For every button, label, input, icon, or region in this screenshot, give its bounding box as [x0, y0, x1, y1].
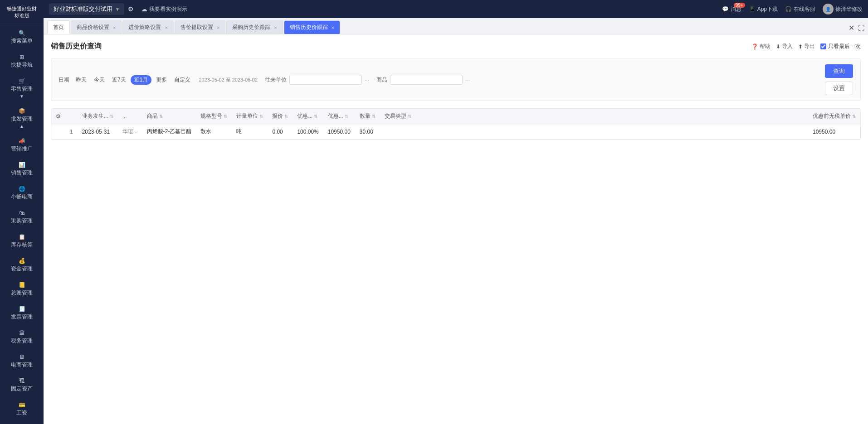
col-price[interactable]: 报价 ⇅ [268, 109, 293, 124]
cell-discount-pct: 100.00% [293, 124, 323, 140]
import-link[interactable]: ⬇ 导入 [776, 43, 793, 50]
sidebar-item-finance[interactable]: 💰 资金管理 [0, 253, 44, 277]
tab-close-icon[interactable]: ✕ [848, 24, 854, 32]
date-range-display: 2023-05-02 至 2023-06-02 [199, 77, 258, 83]
table-body: 1 2023-05-31 华谊... 丙烯酸-2-乙基己酯 散水 吨 0.00 … [51, 124, 860, 140]
tab-expand-icon[interactable]: ⛶ [858, 24, 864, 32]
product-more-btn[interactable]: ··· [465, 77, 470, 83]
from-unit-label: 往来单位 [265, 76, 287, 84]
sales-history-table: ⚙ 业务发生... ⇅ ... [51, 109, 860, 140]
sidebar-item-marketing[interactable]: 📣 营销推广 [0, 133, 44, 157]
tab-product-price-close[interactable]: × [113, 25, 116, 30]
query-button[interactable]: 查询 [825, 64, 853, 78]
cell-gear[interactable] [51, 124, 65, 140]
tab-purchase-strategy-close[interactable]: × [165, 25, 167, 30]
col-product[interactable]: 商品 ⇅ [142, 109, 196, 124]
only-last-checkbox-label[interactable]: 只看最后一次 [820, 43, 861, 50]
col-gear[interactable]: ⚙ [51, 109, 65, 124]
headset-icon: 🎧 [785, 6, 792, 12]
col-unit[interactable]: 计量单位 ⇅ [232, 109, 268, 124]
page-header: 销售历史价查询 ❓ 帮助 ⬇ 导入 ⬆ 导出 只看最后一次 [51, 42, 861, 51]
date-btn-7days[interactable]: 近7天 [109, 75, 129, 85]
topbar-settings-icon[interactable]: ⚙ [128, 5, 134, 13]
tab-purchase-strategy[interactable]: 进价策略设置 × [122, 20, 173, 34]
row-more-btn[interactable]: 华谊... [122, 128, 138, 135]
tab-purchase-history[interactable]: 采购历史价跟踪 × [226, 20, 283, 34]
sidebar: 畅捷通好业财 标准版 🔍 搜索菜单 ⊞ 快捷导航 🛒 零售管理 ▼ 📦 批发管理… [0, 0, 44, 424]
help-link[interactable]: ❓ 帮助 [751, 43, 770, 50]
sidebar-item-tax[interactable]: 🏛 税务管理 [0, 325, 44, 349]
tab-sale-extract[interactable]: 售价提取设置 × [175, 20, 225, 34]
only-last-checkbox[interactable] [820, 43, 826, 49]
col-business-date[interactable]: 业务发生... ⇅ [78, 109, 118, 124]
col-index [65, 109, 78, 124]
date-btn-more[interactable]: 更多 [153, 75, 170, 85]
invoice-icon: 🧾 [19, 306, 25, 312]
mobile-icon: 📱 [749, 6, 756, 12]
app-title: 畅捷通好业财 标准版 [4, 5, 40, 19]
table-row[interactable]: 1 2023-05-31 华谊... 丙烯酸-2-乙基己酯 散水 吨 0.00 … [51, 124, 860, 140]
avatar: 👤 [823, 4, 834, 14]
sidebar-item-quicknav[interactable]: ⊞ 快捷导航 [0, 49, 44, 73]
col-quantity[interactable]: 数量 ⇅ [355, 109, 380, 124]
user-profile-btn[interactable]: 👤 徐泽华修改 [823, 4, 863, 14]
sidebar-item-wholesale[interactable]: 📦 批发管理 ▲ [0, 103, 44, 133]
settings-button[interactable]: 设置 [825, 82, 853, 95]
tab-sales-history-close[interactable]: × [332, 25, 334, 30]
cell-index: 1 [65, 124, 78, 140]
sidebar-item-search[interactable]: 🔍 搜索菜单 [0, 25, 44, 49]
cell-trade-type [380, 124, 416, 140]
from-unit-more-btn[interactable]: ··· [365, 77, 369, 83]
sidebar-item-sales[interactable]: 📊 销售管理 [0, 157, 44, 181]
sidebar-item-invoice[interactable]: 🧾 发票管理 [0, 301, 44, 325]
export-icon: ⬆ [798, 43, 803, 50]
app-download-btn[interactable]: 📱 App下载 [749, 5, 778, 13]
col-ellipsis[interactable]: ... [118, 109, 142, 124]
date-btn-yesterday[interactable]: 昨天 [73, 75, 89, 85]
tab-sale-extract-label: 售价提取设置 [180, 24, 213, 31]
date-btn-1month[interactable]: 近1月 [131, 75, 152, 85]
page-actions: ❓ 帮助 ⬇ 导入 ⬆ 导出 只看最后一次 [751, 43, 861, 50]
sort-icon-discount-amt: ⇅ [345, 114, 348, 119]
sidebar-item-ai[interactable]: 🤖 智能管理 [0, 421, 44, 424]
tab-purchase-history-close[interactable]: × [274, 25, 277, 30]
tab-product-price-label: 商品价格设置 [77, 24, 109, 31]
demo-link[interactable]: ☁ 我要看实例演示 [141, 5, 187, 13]
message-btn[interactable]: 💬 消息 99+ [722, 5, 741, 13]
sidebar-item-inventory[interactable]: 📋 库存核算 [0, 229, 44, 253]
tab-purchase-strategy-label: 进价策略设置 [128, 24, 161, 31]
tab-sale-extract-close[interactable]: × [217, 25, 219, 30]
cell-pretax-price: 10950.00 [808, 124, 860, 140]
sort-icon-date: ⇅ [110, 114, 113, 119]
tax-icon: 🏛 [19, 330, 24, 336]
sidebar-item-ecommerce-small[interactable]: 🌐 小畅电商 [0, 181, 44, 205]
sort-icon-product: ⇅ [159, 114, 163, 119]
col-discount-pct[interactable]: 优惠... ⇅ [293, 109, 323, 124]
data-table: ⚙ 业务发生... ⇅ ... [51, 108, 861, 140]
col-pretax-price[interactable]: 优惠前无税单价 ⇅ [808, 109, 860, 124]
export-link[interactable]: ⬆ 导出 [798, 43, 815, 50]
sidebar-item-purchase[interactable]: 🛍 采购管理 [0, 205, 44, 229]
col-trade-type[interactable]: 交易类型 ⇅ [380, 109, 416, 124]
cell-spacer [416, 124, 808, 140]
tab-sales-history-label: 销售历史价跟踪 [290, 24, 328, 31]
from-unit-input[interactable] [289, 75, 362, 85]
sidebar-item-payroll[interactable]: 💳 工资 [0, 397, 44, 421]
product-input[interactable] [390, 75, 463, 85]
sidebar-item-assets[interactable]: 🏗 固定资产 [0, 373, 44, 397]
sidebar-item-ledger[interactable]: 📒 总账管理 [0, 277, 44, 301]
tab-product-price[interactable]: 商品价格设置 × [71, 20, 122, 34]
tab-sales-history[interactable]: 销售历史价跟踪 × [284, 20, 340, 34]
sales-icon: 📊 [19, 162, 25, 168]
col-discount-amt[interactable]: 优惠... ⇅ [323, 109, 355, 124]
online-service-btn[interactable]: 🎧 在线客服 [785, 5, 815, 13]
sidebar-logo: 畅捷通好业财 标准版 [0, 0, 44, 25]
date-btn-custom[interactable]: 自定义 [171, 75, 193, 85]
col-spec[interactable]: 规格型号 ⇅ [196, 109, 232, 124]
sidebar-item-retail[interactable]: 🛒 零售管理 ▼ [0, 73, 44, 103]
module-selector[interactable]: 好业财标准版交付试用 ▼ [49, 3, 124, 15]
col-spacer [416, 109, 808, 124]
tab-home[interactable]: 首页 [47, 20, 70, 34]
sidebar-item-ecommerce[interactable]: 🖥 电商管理 [0, 349, 44, 373]
date-btn-today[interactable]: 今天 [91, 75, 107, 85]
